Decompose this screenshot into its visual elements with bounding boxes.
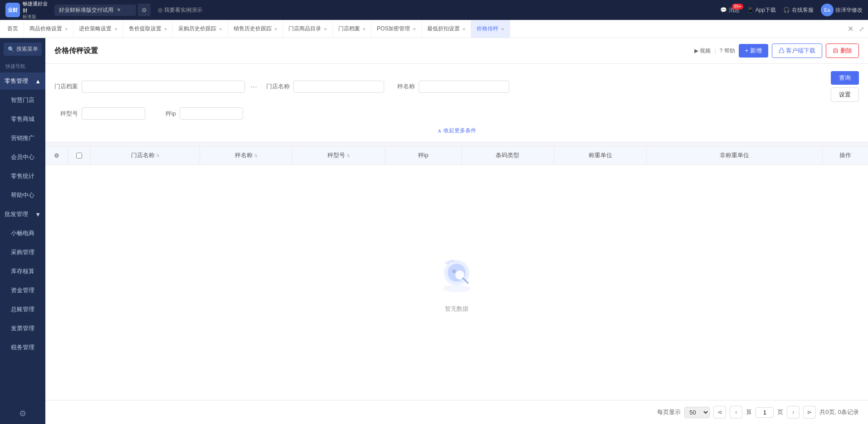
headset-icon: 🎧 (783, 7, 790, 13)
video-link[interactable]: ▶ 视频 (694, 47, 711, 55)
sidebar-item-marketing[interactable]: 营销推广 (3, 130, 43, 147)
sidebar-item-invoice[interactable]: 发票管理 (3, 320, 43, 337)
sidebar-item-ecommerce[interactable]: 小畅电商 (3, 225, 43, 242)
gear-icon: ⚙ (54, 152, 59, 159)
th-ip[interactable]: 秤ip (385, 146, 462, 164)
close-icon[interactable]: × (114, 26, 117, 32)
close-icon[interactable]: × (274, 26, 277, 32)
expand-tab-button[interactable]: ⤢ (857, 24, 866, 34)
close-icon[interactable]: × (219, 26, 222, 32)
th-barcode[interactable]: 条码类型 (462, 146, 554, 164)
sidebar-search-area: 🔍 搜索菜单 (0, 38, 45, 60)
last-page-button[interactable]: ⊳ (803, 406, 816, 419)
svg-point-5 (452, 270, 456, 273)
logo-text: 畅捷通好业财 标准版 (23, 0, 51, 19)
search-menu-button[interactable]: 🔍 搜索菜单 (4, 43, 42, 56)
store-file-dots-button[interactable]: ··· (249, 82, 259, 92)
app-download-button[interactable]: 📱 App下载 (747, 6, 776, 14)
sidebar-item-tax[interactable]: 税务管理 (3, 339, 43, 356)
tab-store-file[interactable]: 门店档案 × (333, 20, 371, 38)
tab-price-setting[interactable]: 商品价格设置 × (24, 20, 73, 38)
next-page-button[interactable]: › (787, 406, 800, 419)
phone-icon: 📱 (747, 7, 754, 13)
th-checkbox[interactable] (68, 146, 91, 164)
per-page-select[interactable]: 50 20 100 (684, 407, 710, 418)
sidebar-item-ledger[interactable]: 总账管理 (3, 301, 43, 318)
th-gear[interactable]: ⚙ (45, 146, 68, 164)
search-icon: 🔍 (8, 46, 15, 53)
tab-purchase-history[interactable]: 采购历史价跟踪 × (173, 20, 228, 38)
close-icon[interactable]: × (65, 26, 68, 32)
tab-price-transfer[interactable]: 价格传秤 × (471, 20, 510, 38)
version-selector[interactable]: 好业财标准版交付试用 ▼ (54, 5, 136, 16)
total-info: 共0页, 0条记录 (819, 408, 859, 416)
sidebar-item-smart-store[interactable]: 智慧门店 (3, 92, 43, 109)
ip-field: 秤ip (152, 107, 243, 120)
sidebar-item-membership[interactable]: 会员中心 (3, 149, 43, 166)
tab-min-discount[interactable]: 最低折扣设置 × (422, 20, 471, 38)
store-name-input[interactable] (293, 81, 384, 93)
sidebar-item-retail-mall[interactable]: 零售商城 (3, 111, 43, 128)
messages-button[interactable]: 💬 消息 99+ (720, 6, 740, 14)
th-model[interactable]: 秤型号 ⇅ (293, 146, 385, 164)
settings-icon[interactable]: ⚙ (138, 4, 151, 16)
tab-sales-history[interactable]: 销售历史价跟踪 × (228, 20, 283, 38)
tab-home[interactable]: 首页 (2, 20, 24, 38)
chevron-up-icon: ▲ (35, 78, 41, 85)
download-client-button[interactable]: 凸 客户端下载 (772, 43, 823, 58)
close-icon[interactable]: × (164, 26, 167, 32)
tab-store-catalog[interactable]: 门店商品目录 × (283, 20, 332, 38)
table-header: ⚙ 门店名称 ⇅ 秤名称 ⇅ 秤型号 ⇅ (45, 146, 868, 165)
tab-purchase-strategy[interactable]: 进价策略设置 × (73, 20, 123, 38)
select-all-checkbox[interactable] (76, 153, 82, 159)
chevron-down-icon: ▼ (116, 7, 122, 13)
sidebar-item-wholesale[interactable]: 批发管理 ▼ (0, 206, 45, 223)
store-file-input[interactable] (82, 81, 245, 93)
online-service-button[interactable]: 🎧 在线客服 (783, 6, 814, 14)
sidebar-settings-button[interactable]: ⚙ (19, 409, 26, 419)
tab-sale-price[interactable]: 售价提取设置 × (123, 20, 173, 38)
content-wrapper: 🔍 搜索菜单 快捷导航 零售管理 ▲ 智慧门店 零售商城 营销推广 会员中心 (0, 38, 868, 424)
sidebar: 🔍 搜索菜单 快捷导航 零售管理 ▲ 智慧门店 零售商城 营销推广 会员中心 (0, 38, 45, 424)
close-icon[interactable]: × (413, 26, 415, 32)
sidebar-item-inventory[interactable]: 库存核算 (3, 263, 43, 280)
user-menu[interactable]: Ea 徐泽华修改 (821, 4, 863, 16)
th-non-weight-unit[interactable]: 非称重单位 (647, 146, 823, 164)
th-store-name[interactable]: 门店名称 ⇅ (91, 146, 200, 164)
filter-row-2: 秤型号 秤ip (54, 107, 859, 120)
close-icon[interactable]: × (501, 26, 504, 32)
scale-name-field: 秤名称 (391, 81, 509, 93)
empty-state: 暂无数据 (45, 165, 868, 400)
close-icon[interactable]: × (363, 26, 366, 32)
th-operations: 操作 (823, 146, 868, 164)
ip-input[interactable] (180, 107, 243, 120)
demo-link[interactable]: ◎ 我要看实例演示 (158, 6, 202, 14)
sidebar-item-help[interactable]: 帮助中心 (3, 187, 43, 204)
sort-icon: ⇅ (156, 153, 160, 158)
page-number-input[interactable] (756, 407, 774, 418)
query-button[interactable]: 查询 (831, 71, 859, 85)
close-icon[interactable]: × (324, 26, 327, 32)
store-name-field: 门店名称 (266, 81, 384, 93)
help-link[interactable]: ? 帮助 (720, 47, 735, 55)
sidebar-item-purchase[interactable]: 采购管理 (3, 244, 43, 261)
sidebar-item-retail-management[interactable]: 零售管理 ▲ (0, 72, 45, 90)
sidebar-item-finance[interactable]: 资金管理 (3, 282, 43, 299)
th-weight-unit[interactable]: 称重单位 (554, 146, 647, 164)
model-input[interactable] (82, 107, 145, 120)
add-button[interactable]: + 新增 (739, 44, 768, 58)
close-icon[interactable]: × (463, 26, 465, 32)
prev-page-button[interactable]: ‹ (730, 406, 742, 419)
sidebar-item-retail-stats[interactable]: 零售统计 (3, 168, 43, 185)
page-title: 价格传秤设置 (54, 46, 98, 56)
th-scale-name[interactable]: 秤名称 ⇅ (200, 146, 293, 164)
tab-pos-encrypt[interactable]: POS加密管理 × (371, 20, 422, 38)
table-container: ⚙ 门店名称 ⇅ 秤名称 ⇅ 秤型号 ⇅ (45, 146, 868, 400)
delete-button[interactable]: 自 删除 (826, 43, 859, 58)
close-tab-button[interactable]: ✕ (846, 23, 855, 35)
scale-name-input[interactable] (419, 81, 509, 93)
first-page-button[interactable]: ⊲ (713, 406, 726, 419)
collapse-button[interactable]: ∧ 收起更多条件 (438, 127, 476, 135)
sort-icon: ⇅ (346, 153, 350, 158)
set-button[interactable]: 设置 (831, 87, 859, 102)
